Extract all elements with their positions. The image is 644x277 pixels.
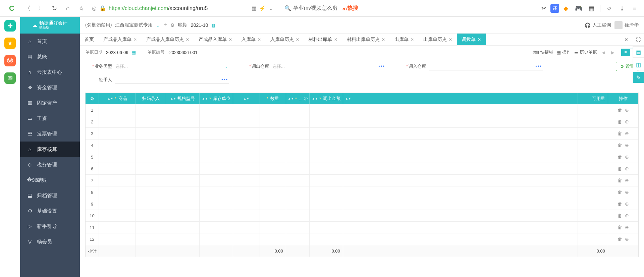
th-price[interactable]: ▲▼*...ⓘ — [286, 93, 310, 104]
view-list-button[interactable]: ≡ — [621, 49, 630, 56]
qr-icon[interactable]: ▦ — [252, 5, 257, 11]
history-button[interactable]: ☰历史单据 — [574, 49, 597, 55]
table-row[interactable]: 8🗑⊕ — [86, 186, 638, 198]
scissors-icon[interactable]: ✂ — [538, 2, 550, 14]
chevron-down-icon[interactable]: ⌄ — [269, 5, 273, 11]
close-icon[interactable]: ✕ — [186, 37, 189, 42]
add-row-icon[interactable]: ⊕ — [625, 189, 629, 195]
sidebar-item-6[interactable]: ☲发票管理 — [20, 126, 80, 142]
close-icon[interactable]: ✕ — [411, 37, 414, 42]
tab-5[interactable]: 入库单历史✕ — [266, 34, 304, 45]
table-row[interactable]: 2🗑⊕ — [86, 116, 638, 128]
add-row-icon[interactable]: ⊕ — [625, 178, 629, 183]
sidebar-item-2[interactable]: ⩍云报表中心 — [20, 64, 80, 80]
user-menu[interactable]: 徐泽华 — [614, 21, 639, 29]
dock-app-3[interactable]: ⓦ — [4, 55, 16, 66]
sidebar-item-9[interactable]: �960结账 — [20, 172, 80, 188]
table-row[interactable]: 10🗑⊕ — [86, 210, 638, 222]
company-selector[interactable]: 江西服宝测试专用 — [115, 22, 153, 28]
tab-close-all[interactable]: ✕ — [620, 34, 632, 45]
tab-9[interactable]: 出库单历史✕ — [419, 34, 457, 45]
th-qty[interactable]: *数量 — [260, 93, 286, 104]
flash-icon[interactable]: ⚡ — [259, 5, 266, 11]
sidebar-item-3[interactable]: ❖资金管理 — [20, 80, 80, 95]
shortcut-button[interactable]: ⌨快捷键 — [533, 49, 553, 55]
delete-icon[interactable]: 🗑 — [618, 225, 622, 230]
favorite-button[interactable]: ☆ — [75, 2, 87, 14]
tab-7[interactable]: 材料出库单历史✕ — [342, 34, 390, 45]
tab-6[interactable]: 材料出库单✕ — [304, 34, 342, 45]
delete-icon[interactable]: 🗑 — [618, 107, 622, 113]
close-icon[interactable]: ✕ — [382, 37, 385, 42]
biz-type-select[interactable]: 选择...⌄ — [115, 62, 229, 71]
tab-2[interactable]: 产成品入库单历史✕ — [142, 34, 194, 45]
sidebar-item-12[interactable]: ▷新手引导 — [20, 219, 80, 234]
th-gear[interactable]: ⚙ — [86, 93, 99, 104]
add-icon[interactable]: + — [163, 21, 167, 29]
sidebar-item-4[interactable]: ▦固定资产 — [20, 95, 80, 111]
rail-btn-1[interactable]: ▤ — [633, 46, 644, 58]
table-row[interactable]: 3🗑⊕ — [86, 128, 638, 140]
sidebar-item-10[interactable]: ⬓归档管理 — [20, 188, 80, 203]
close-icon[interactable]: ✕ — [229, 37, 232, 42]
prev-doc-button[interactable]: ◀ — [600, 50, 606, 55]
search-box[interactable]: 🔍 毕业mv视频怎么剪 — [284, 5, 338, 12]
address-bar[interactable]: ◎ 🔒 https://cloud.chanjet.com/accounting… — [89, 3, 276, 14]
next-doc-button[interactable]: ▶ — [610, 50, 616, 55]
table-row[interactable]: 11🗑⊕ — [86, 222, 638, 233]
add-row-icon[interactable]: ⊕ — [625, 201, 629, 207]
sidebar-item-11[interactable]: ⚙基础设置 — [20, 203, 80, 219]
delete-icon[interactable]: 🗑 — [618, 189, 622, 195]
tab-4[interactable]: 入库单✕ — [237, 34, 266, 45]
close-icon[interactable]: ✕ — [258, 37, 261, 42]
table-row[interactable]: 1🗑⊕ — [86, 104, 638, 116]
dock-app-4[interactable]: ✉ — [4, 72, 16, 84]
operate-button[interactable]: ▦操作 — [557, 49, 571, 55]
delete-icon[interactable]: 🗑 — [618, 166, 622, 171]
rail-btn-2[interactable]: ◫ — [633, 59, 644, 70]
th-scan[interactable]: 扫码录入 — [136, 93, 166, 104]
close-icon[interactable]: ✕ — [334, 37, 337, 42]
table-row[interactable]: 7🗑⊕ — [86, 175, 638, 186]
delete-icon[interactable]: 🗑 — [618, 131, 622, 136]
th-unit[interactable]: ▲▼*库存单位 — [200, 93, 233, 104]
calendar-icon[interactable]: ▦ — [211, 22, 216, 28]
gear-icon[interactable]: ⚙ — [170, 22, 175, 28]
rail-btn-3[interactable]: ✎ — [633, 72, 644, 83]
sidebar-item-8[interactable]: ◇税务管理 — [20, 157, 80, 172]
reload-button[interactable]: ↻ — [48, 2, 60, 14]
close-icon[interactable]: ✕ — [449, 37, 452, 42]
close-icon[interactable]: ✕ — [133, 37, 137, 42]
add-row-icon[interactable]: ⊕ — [625, 236, 629, 242]
add-row-icon[interactable]: ⊕ — [625, 225, 629, 230]
close-icon[interactable]: ✕ — [478, 37, 481, 42]
theme-icon[interactable]: ☼ — [603, 2, 615, 14]
dock-app-2[interactable]: ★ — [4, 38, 16, 49]
out-warehouse-select[interactable]: 选择...••• — [272, 62, 386, 71]
forward-button[interactable]: 〉 — [35, 2, 47, 14]
add-row-icon[interactable]: ⊕ — [625, 131, 629, 136]
translate-icon[interactable]: 译 — [550, 4, 559, 13]
delete-icon[interactable]: 🗑 — [618, 119, 622, 124]
delete-icon[interactable]: 🗑 — [618, 143, 622, 148]
dock-app-1[interactable]: ✚ — [4, 20, 16, 32]
th-available[interactable]: 可用量 — [578, 93, 608, 104]
th-product[interactable]: ▲▼*商品 — [99, 93, 136, 104]
tab-0[interactable]: 首页 — [80, 34, 99, 45]
table-row[interactable]: 4🗑⊕ — [86, 140, 638, 151]
sidebar-item-0[interactable]: ⌂首页 — [20, 34, 80, 49]
game-icon[interactable]: 🎮 — [573, 2, 585, 14]
app-logo[interactable]: ☁ 畅捷通好会计 换新版 — [20, 17, 80, 34]
sidebar-item-5[interactable]: ▭工资 — [20, 111, 80, 126]
add-row-icon[interactable]: ⊕ — [625, 166, 629, 171]
delete-icon[interactable]: 🗑 — [618, 178, 622, 183]
sidebar-item-13[interactable]: V畅会员 — [20, 234, 80, 250]
table-row[interactable]: 6🗑⊕ — [86, 163, 638, 175]
tab-1[interactable]: 产成品入库单✕ — [99, 34, 142, 45]
tab-3[interactable]: 产成品入库单✕ — [194, 34, 237, 45]
th-amount[interactable]: ▲▼*调出金额 — [310, 93, 343, 104]
tab-expand[interactable]: ⛶ — [632, 34, 644, 45]
tab-10[interactable]: 调拨单✕ — [457, 34, 486, 45]
tab-8[interactable]: 出库单✕ — [390, 34, 419, 45]
apps-icon[interactable]: ▦ — [585, 2, 597, 14]
